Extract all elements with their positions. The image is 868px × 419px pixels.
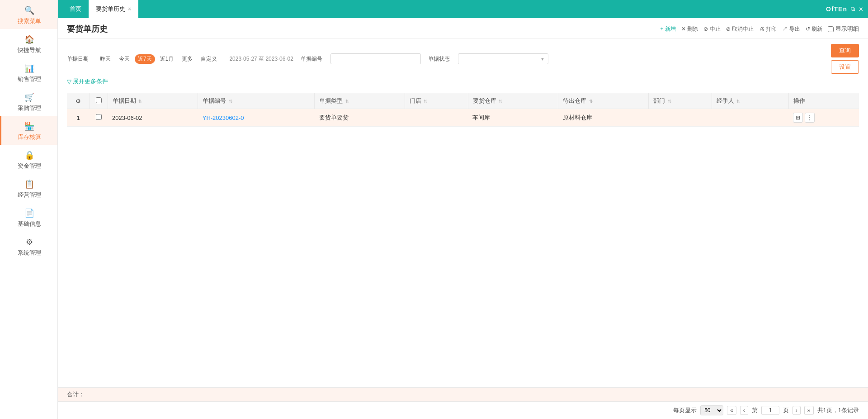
table-body: 1 2023-06-02 YH-20230602-0 要货单要货 车间库 原材料… bbox=[67, 109, 859, 127]
data-table: ⚙ 单据日期 ⇅ 单据编号 ⇅ bbox=[67, 93, 859, 127]
row-checkbox[interactable] bbox=[96, 114, 102, 120]
table-header-row: ⚙ 单据日期 ⇅ 单据编号 ⇅ bbox=[67, 93, 859, 109]
row-checkbox-cell[interactable] bbox=[90, 109, 108, 127]
expand-filter-button[interactable]: ▽ 展开更多条件 bbox=[67, 77, 108, 86]
row-doc-date: 2023-06-02 bbox=[108, 109, 198, 127]
date-btn-custom[interactable]: 自定义 bbox=[198, 54, 220, 64]
per-page-select[interactable]: 50 100 bbox=[700, 405, 723, 415]
sidebar-item-purchase-mgmt[interactable]: 🛒 采购管理 bbox=[0, 87, 57, 116]
row-view-button[interactable]: ⊞ bbox=[793, 113, 803, 123]
window-restore-button[interactable]: ⧉ bbox=[851, 5, 855, 13]
sidebar-item-label: 经营管理 bbox=[18, 191, 41, 199]
doc-no-input[interactable] bbox=[330, 53, 421, 64]
sidebar-item-system-mgmt[interactable]: ⚙ 系统管理 bbox=[0, 232, 57, 261]
date-filter-label: 单据日期 bbox=[67, 55, 90, 63]
page-title: 要货单历史 bbox=[67, 24, 660, 34]
sidebar-item-operation-mgmt[interactable]: 📋 经营管理 bbox=[0, 174, 57, 203]
sidebar-item-label: 销售管理 bbox=[18, 75, 41, 83]
sort-icon-dept[interactable]: ⇅ bbox=[668, 99, 671, 104]
date-btn-today[interactable]: 今天 bbox=[116, 54, 133, 64]
col-req-warehouse: 要货仓库 ⇅ bbox=[468, 93, 558, 109]
window-close-button[interactable]: ✕ bbox=[859, 6, 863, 13]
sort-icon-doc-no[interactable]: ⇅ bbox=[229, 99, 232, 104]
col-settings[interactable]: ⚙ bbox=[67, 93, 90, 109]
export-button[interactable]: ↗ 导出 bbox=[782, 25, 800, 33]
row-doc-no[interactable]: YH-20230602-0 bbox=[198, 109, 315, 127]
date-btn-yesterday[interactable]: 昨天 bbox=[97, 54, 114, 64]
next-page-button[interactable]: › bbox=[793, 406, 801, 415]
sidebar-item-label: 资金管理 bbox=[18, 162, 41, 170]
table-settings-icon[interactable]: ⚙ bbox=[75, 98, 81, 105]
first-page-button[interactable]: « bbox=[727, 406, 736, 415]
row-doc-type: 要货单要货 bbox=[315, 109, 405, 127]
display-detail-checkbox[interactable]: 显示明细 bbox=[828, 25, 859, 33]
total-info: 共1页，1条记录 bbox=[817, 406, 859, 414]
sidebar-item-sales-mgmt[interactable]: 📊 销售管理 bbox=[0, 58, 57, 87]
sort-icon-handler[interactable]: ⇅ bbox=[736, 99, 740, 104]
search-menu-icon: 🔍 bbox=[24, 5, 34, 15]
col-doc-type: 单据类型 ⇅ bbox=[315, 93, 405, 109]
sidebar-item-label: 基础信息 bbox=[18, 220, 41, 228]
tab-requisition-history[interactable]: 要货单历史 × bbox=[89, 0, 138, 18]
inventory-icon: 🏪 bbox=[24, 121, 34, 131]
print-button[interactable]: 🖨 打印 bbox=[759, 25, 777, 33]
date-btn-last7days[interactable]: 近7天 bbox=[135, 54, 155, 64]
refresh-button[interactable]: ↺ 刷新 bbox=[806, 25, 822, 33]
sort-icon-doc-date[interactable]: ⇅ bbox=[138, 99, 142, 104]
sidebar-item-label: 快捷导航 bbox=[18, 46, 41, 54]
sales-icon: 📊 bbox=[24, 63, 34, 73]
display-detail-input[interactable] bbox=[828, 26, 834, 32]
date-range-display: 2023-05-27 至 2023-06-02 bbox=[229, 55, 293, 63]
doc-status-select-wrap bbox=[458, 53, 548, 64]
home-icon: 🏠 bbox=[24, 34, 34, 44]
prev-page-button[interactable]: ‹ bbox=[740, 406, 748, 415]
tab-close-button[interactable]: × bbox=[128, 6, 131, 12]
last-page-button[interactable]: » bbox=[804, 406, 814, 415]
finance-icon: 🔒 bbox=[24, 150, 34, 160]
sidebar-item-label: 采购管理 bbox=[18, 104, 41, 112]
doc-status-select[interactable] bbox=[458, 53, 548, 64]
stop-button[interactable]: ⊘ 中止 bbox=[703, 25, 720, 33]
row-num: 1 bbox=[67, 109, 90, 127]
page-input[interactable] bbox=[761, 406, 779, 415]
per-page-label: 每页显示 bbox=[673, 406, 697, 414]
tab-home[interactable]: 首页 bbox=[62, 0, 89, 18]
sidebar-item-inventory[interactable]: 🏪 库存核算 bbox=[0, 116, 57, 145]
col-store: 门店 ⇅ bbox=[405, 93, 468, 109]
sort-icon-store[interactable]: ⇅ bbox=[424, 99, 427, 104]
sidebar-item-label: 系统管理 bbox=[18, 249, 41, 257]
sidebar-item-search-menu[interactable]: 🔍 搜索菜单 bbox=[0, 0, 57, 29]
sidebar-item-quick-nav[interactable]: 🏠 快捷导航 bbox=[0, 29, 57, 58]
filter-area: 单据日期 昨天 今天 近7天 近1月 更多 自定义 2023-05-27 至 2… bbox=[58, 38, 868, 93]
filter-settings-button[interactable]: 设置 bbox=[831, 60, 859, 74]
doc-no-label: 单据编号 bbox=[301, 55, 323, 63]
new-button[interactable]: + 新增 bbox=[660, 25, 676, 33]
sort-icon-pending-warehouse[interactable]: ⇅ bbox=[589, 99, 593, 104]
sidebar-item-basic-info[interactable]: 📄 基础信息 bbox=[0, 203, 57, 232]
sidebar-item-finance-mgmt[interactable]: 🔒 资金管理 bbox=[0, 145, 57, 174]
col-doc-date: 单据日期 ⇅ bbox=[108, 93, 198, 109]
brand-label: OfTEn bbox=[826, 5, 847, 13]
system-icon: ⚙ bbox=[26, 237, 33, 247]
date-btn-last1month[interactable]: 近1月 bbox=[157, 54, 177, 64]
page-header: 要货单历史 + 新增 ✕ 删除 ⊘ 中止 ⊘ 取消中止 🖨 打印 ↗ 导出 ↺ … bbox=[58, 18, 868, 38]
cancel-stop-button[interactable]: ⊘ 取消中止 bbox=[726, 25, 754, 33]
col-checkbox[interactable] bbox=[90, 93, 108, 109]
delete-button[interactable]: ✕ 删除 bbox=[681, 25, 698, 33]
table-row: 1 2023-06-02 YH-20230602-0 要货单要货 车间库 原材料… bbox=[67, 109, 859, 127]
page-label: 第 bbox=[752, 406, 758, 414]
header-actions: + 新增 ✕ 删除 ⊘ 中止 ⊘ 取消中止 🖨 打印 ↗ 导出 ↺ 刷新 显示明… bbox=[660, 25, 859, 33]
sort-icon-doc-type[interactable]: ⇅ bbox=[345, 99, 349, 104]
col-operation: 操作 bbox=[788, 93, 859, 109]
date-btn-more[interactable]: 更多 bbox=[179, 54, 196, 64]
operation-icon: 📋 bbox=[24, 179, 34, 189]
sort-icon-req-warehouse[interactable]: ⇅ bbox=[499, 99, 502, 104]
query-button[interactable]: 查询 bbox=[831, 44, 859, 57]
basic-info-icon: 📄 bbox=[24, 208, 34, 218]
row-more-button[interactable]: ⋮ bbox=[805, 113, 815, 123]
filter-row-1: 单据日期 昨天 今天 近7天 近1月 更多 自定义 2023-05-27 至 2… bbox=[67, 44, 859, 74]
select-all-checkbox[interactable] bbox=[96, 97, 102, 103]
doc-status-label: 单据状态 bbox=[428, 55, 451, 63]
sidebar: 🔍 搜索菜单 🏠 快捷导航 📊 销售管理 🛒 采购管理 🏪 库存核算 🔒 资金管… bbox=[0, 0, 58, 419]
row-handler bbox=[712, 109, 788, 127]
